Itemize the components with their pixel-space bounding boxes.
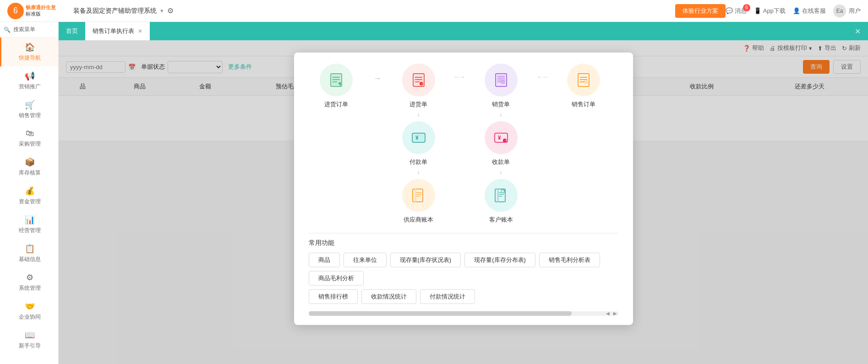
sidebar-item-quick-nav[interactable]: 🏠 快捷导航	[0, 38, 58, 66]
system-title-area: 装备及固定资产辅助管理系统 ▾ ⚙	[66, 6, 675, 15]
svg-text:☺: ☺	[502, 189, 505, 192]
scroll-arrows: ◀ ▶	[605, 310, 618, 316]
service-icon: 👤	[793, 7, 800, 14]
customer-account-node[interactable]: ☺	[485, 179, 518, 212]
modal-scrollbar[interactable]: ◀ ▶	[309, 311, 618, 315]
svg-rect-10	[412, 133, 425, 142]
sidebar-item-guide[interactable]: 📖 新手引导	[0, 326, 58, 354]
sidebar-item-operations[interactable]: 📊 经营管理	[0, 210, 58, 239]
gear-icon: ⚙	[26, 272, 33, 283]
svg-text:✓: ✓	[420, 82, 423, 85]
purchase-order-label: 进货订单	[324, 100, 348, 108]
chart-icon: 📊	[25, 215, 35, 225]
flow-diagram: 进货订单 →	[309, 63, 618, 223]
search-icon: 🔍	[4, 27, 11, 33]
func-btn-stock-dist[interactable]: 现存量(库存分布表)	[464, 252, 535, 267]
function-buttons-grid-2: 销售排行榜 收款情况统计 付款情况统计	[309, 289, 618, 304]
chevron-down-icon[interactable]: ▾	[160, 7, 164, 14]
app-download-button[interactable]: 📱 App下载	[754, 7, 786, 15]
purchase-order-node[interactable]	[320, 63, 353, 96]
sidebar: 🔍 搜索菜单 🏠 快捷导航 📢 营销推广 🛒 销售管理 🛍 采购管理 📦	[0, 22, 59, 364]
receipt-node[interactable]: ¥ ✓	[485, 121, 518, 154]
function-buttons-grid: 商品 往来单位 现存量(库存状况表) 现存量(库存分布表) 销售毛利分析表 商品…	[309, 252, 618, 285]
download-icon: 📱	[754, 7, 761, 14]
svg-rect-22	[501, 81, 505, 83]
sales-order-node[interactable]	[567, 63, 600, 96]
func-btn-counterpart[interactable]: 往来单位	[344, 252, 387, 267]
sidebar-item-sales[interactable]: 🛒 销售管理	[0, 95, 58, 124]
logo-text: 畅康通好生意 标准版	[26, 5, 56, 16]
svg-rect-12	[413, 189, 423, 201]
megaphone-icon: 📢	[25, 71, 35, 81]
svg-text:✓: ✓	[504, 139, 506, 142]
logo-icon: 6	[7, 3, 24, 19]
avatar: Ea	[833, 5, 846, 17]
func-btn-payment-stats[interactable]: 付款情况统计	[420, 289, 475, 304]
supplier-account-node[interactable]	[402, 179, 435, 212]
tab-sales-order-exec[interactable]: 销售订单执行表 ✕	[85, 22, 150, 40]
settings-icon[interactable]: ⚙	[167, 6, 174, 15]
sales-bill-node[interactable]	[485, 63, 518, 96]
receipt-label: 收款单	[492, 158, 510, 166]
try-button[interactable]: 体验行业方案	[675, 4, 726, 18]
scrollbar-thumb[interactable]	[309, 311, 572, 315]
bag-icon: 🛍	[26, 129, 34, 138]
sidebar-item-marketing[interactable]: 📢 营销推广	[0, 66, 58, 95]
arrow-receipt-to-customer: ↓	[499, 168, 502, 175]
sidebar-item-cooperation[interactable]: 🤝 企业协同	[0, 297, 58, 326]
tab-home[interactable]: 首页	[59, 22, 85, 40]
quick-nav-modal: 进货订单 →	[294, 52, 633, 325]
svg-text:¥: ¥	[415, 134, 419, 141]
customer-account-label: 客户账本	[489, 215, 513, 223]
svg-rect-13	[415, 189, 416, 201]
payment-label: 付款单	[409, 158, 427, 166]
content-area: 首页 销售订单执行表 ✕ ✕ ❓ 帮助 🖨	[59, 22, 868, 364]
tab-close-icon[interactable]: ✕	[138, 28, 142, 34]
svg-rect-28	[497, 189, 499, 201]
content-body: ❓ 帮助 🖨 按模板打印 ▾ ⬆ 导出 ↻ 刷新	[59, 40, 868, 364]
message-icon: 💬	[726, 7, 733, 14]
scroll-right-icon[interactable]: ▶	[612, 310, 618, 316]
arrow-salesbill-to-receipt: ↓	[499, 110, 502, 117]
sidebar-item-system[interactable]: ⚙ 系统管理	[0, 268, 58, 297]
arrow-bill-to-payment: ↓	[417, 110, 420, 117]
sales-bill-label: 销货单	[492, 100, 510, 108]
search-menu-button[interactable]: 🔍 搜索菜单	[0, 22, 58, 38]
svg-rect-38	[584, 80, 588, 83]
message-badge: 6	[743, 4, 750, 11]
sales-order-label: 销售订单	[572, 100, 595, 108]
func-btn-product-margin[interactable]: 商品毛利分析	[309, 271, 364, 285]
func-btn-stock-status[interactable]: 现存量(库存状况表)	[390, 252, 461, 267]
arrow-purchase-order-to-bill: →	[364, 63, 391, 83]
book-icon: 📖	[25, 330, 35, 340]
arrow-payment-to-supplier: ↓	[417, 168, 420, 175]
cart-icon: 🛒	[25, 100, 35, 110]
svg-rect-34	[578, 73, 589, 86]
close-all-tabs-button[interactable]: ✕	[847, 27, 868, 36]
sidebar-item-finance[interactable]: 💰 资金管理	[0, 181, 58, 210]
scroll-left-icon[interactable]: ◀	[605, 310, 611, 316]
top-actions: 💬 消息 6 📱 App下载 👤 在线客服 Ea 用户	[726, 5, 861, 17]
func-btn-sales-rank[interactable]: 销售排行榜	[309, 289, 358, 304]
handshake-icon: 🤝	[25, 301, 35, 311]
tab-bar: 首页 销售订单执行表 ✕ ✕	[59, 22, 868, 40]
message-button[interactable]: 💬 消息 6	[726, 7, 747, 15]
purchase-bill-label: 进货单	[409, 100, 427, 108]
user-menu[interactable]: Ea 用户	[833, 5, 861, 17]
system-title: 装备及固定资产辅助管理系统	[73, 7, 157, 15]
func-btn-receipt-stats[interactable]: 收款情况统计	[361, 289, 416, 304]
purchase-bill-node[interactable]: ✓	[402, 63, 435, 96]
payment-node[interactable]: ¥	[402, 121, 435, 154]
money-icon: 💰	[25, 186, 35, 196]
sidebar-item-basic-info[interactable]: 📋 基础信息	[0, 239, 58, 268]
sidebar-item-inventory[interactable]: 📦 库存核算	[0, 152, 58, 181]
divider	[309, 233, 618, 233]
online-service-button[interactable]: 👤 在线客服	[793, 7, 826, 15]
supplier-account-label: 供应商账本	[404, 215, 433, 223]
clipboard-icon: 📋	[25, 244, 35, 254]
func-btn-product[interactable]: 商品	[309, 252, 340, 267]
sidebar-item-purchase[interactable]: 🛍 采购管理	[0, 124, 58, 152]
home-icon: 🏠	[25, 42, 35, 52]
func-btn-sales-margin[interactable]: 销售毛利分析表	[539, 252, 600, 267]
dashed-arrow-icon: - - →	[455, 73, 465, 80]
